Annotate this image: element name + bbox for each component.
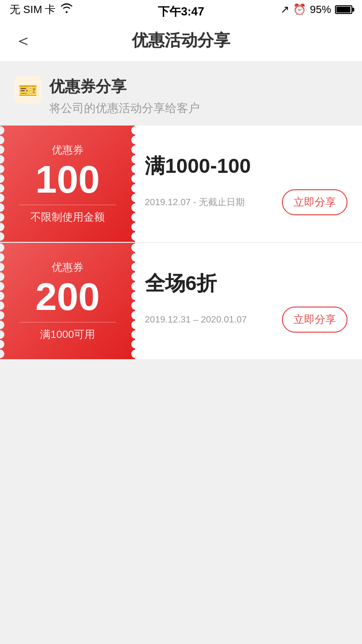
coupon-left-0: 优惠券100不限制使用金额 [0,126,135,242]
coupon-share-button-1[interactable]: 立即分享 [282,307,348,333]
nav-bar: ＜ 优惠活动分享 [0,19,362,62]
carrier-text: 无 SIM 卡 [10,2,56,17]
wifi-icon [60,3,73,16]
status-time: 下午3:47 [158,4,204,19]
location-icon: ↗ [280,3,289,16]
coupon-date-1: 2019.12.31 – 2020.01.07 [145,314,276,325]
section-title: 优惠券分享 [49,76,200,98]
alarm-icon: ⏰ [293,3,306,16]
svg-rect-3 [0,126,8,242]
coupon-right-1: 全场6折2019.12.31 – 2020.01.07立即分享 [135,243,362,359]
coupon-left-wrap-0: 优惠券100不限制使用金额 [0,126,135,242]
svg-rect-7 [0,243,8,359]
status-left: 无 SIM 卡 [10,2,73,17]
coupon-label-1: 优惠券 [52,260,84,275]
status-bar: 无 SIM 卡 下午3:47 ↗ ⏰ 95% [0,0,362,19]
coupon-name-0: 满1000-100 [145,153,348,180]
svg-rect-9 [128,243,135,359]
battery-percent: 95% [310,3,331,16]
page-title: 优惠活动分享 [132,29,230,52]
coupon-divider-1 [19,322,116,322]
coupon-date-row-1: 2019.12.31 – 2020.01.07立即分享 [145,307,348,333]
coupon-condition-0: 不限制使用金额 [30,210,105,224]
coupon-date-row-0: 2019.12.07 - 无截止日期立即分享 [145,189,348,215]
section-text: 优惠券分享 将公司的优惠活动分享给客户 [49,76,200,116]
coupon-card-1: 优惠券200满1000可用全场6折2019.12.31 – 2020.01.07… [0,243,362,359]
coupon-condition-1: 满1000可用 [40,327,96,342]
coupon-date-0: 2019.12.07 - 无截止日期 [145,196,276,209]
svg-text:🎫: 🎫 [18,81,38,99]
coupon-left-1: 优惠券200满1000可用 [0,243,135,359]
coupon-list: 优惠券100不限制使用金额满1000-1002019.12.07 - 无截止日期… [0,126,362,379]
coupon-left-wrap-1: 优惠券200满1000可用 [0,243,135,359]
svg-rect-5 [128,126,135,242]
coupon-right-0: 满1000-1002019.12.07 - 无截止日期立即分享 [135,126,362,242]
coupon-amount-0: 100 [35,160,99,199]
coupon-label-0: 优惠券 [52,143,84,157]
section-subtitle: 将公司的优惠活动分享给客户 [49,100,200,116]
back-button[interactable]: ＜ [14,32,32,49]
coupon-share-button-0[interactable]: 立即分享 [282,189,348,215]
coupon-card-0: 优惠券100不限制使用金额满1000-1002019.12.07 - 无截止日期… [0,126,362,242]
section-header: 🎫 优惠券分享 将公司的优惠活动分享给客户 [0,62,362,126]
battery-icon [335,5,352,14]
bottom-area [0,379,362,621]
coupon-share-icon: 🎫 [14,76,42,103]
coupon-divider-0 [19,205,116,205]
status-right: ↗ ⏰ 95% [280,3,352,16]
coupon-name-1: 全场6折 [145,270,348,297]
coupon-amount-1: 200 [35,278,99,316]
